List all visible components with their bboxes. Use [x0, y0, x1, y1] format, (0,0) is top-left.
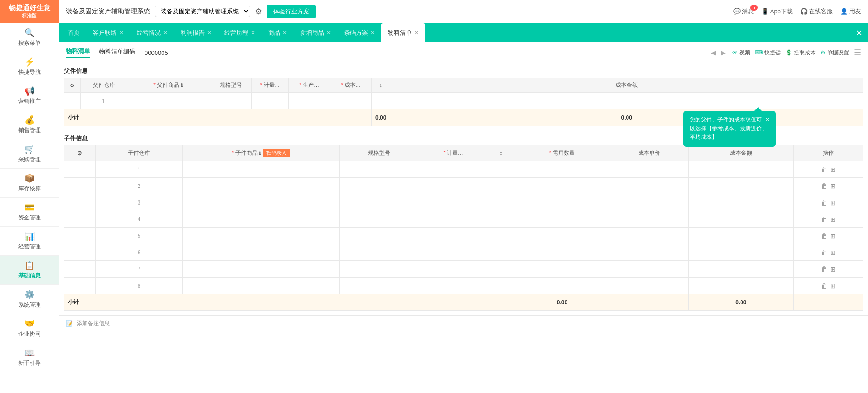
child-row-unit-cost-5[interactable]	[610, 228, 688, 244]
close-tab-profit-icon[interactable]: ✕	[207, 30, 211, 36]
shortcut-action[interactable]: ⌨ 快捷键	[755, 49, 781, 57]
close-tab-history-icon[interactable]: ✕	[251, 30, 255, 36]
nav-tab-goods[interactable]: 商品 ✕	[262, 23, 294, 42]
delete-row-1-icon[interactable]: 🗑	[821, 166, 827, 173]
child-row-unit-5[interactable]	[418, 228, 488, 244]
child-row-spec-8[interactable]	[340, 278, 418, 294]
child-row-spec-3[interactable]	[340, 194, 418, 211]
sidebar-item-inventory[interactable]: 📦库存核算	[0, 169, 59, 198]
sidebar-item-sales[interactable]: 💰销售管理	[0, 110, 59, 139]
delete-row-3-icon[interactable]: 🗑	[821, 199, 827, 206]
nav-tab-customer[interactable]: 客户联络 ✕	[86, 23, 130, 42]
settings-action[interactable]: ⚙ 单据设置	[820, 49, 849, 57]
child-row-product-5[interactable]	[182, 228, 339, 244]
child-row-spec-2[interactable]	[340, 178, 418, 194]
copy-row-5-icon[interactable]: ⊞	[830, 232, 836, 240]
bottom-hint[interactable]: 📝 添加备注信息	[59, 315, 868, 331]
close-tab-bom-icon[interactable]: ✕	[414, 30, 419, 36]
nav-tab-business[interactable]: 经营情况 ✕	[130, 23, 174, 42]
child-row-unit-cost-1[interactable]	[610, 161, 688, 178]
sidebar-item-purchase[interactable]: 🛒采购管理	[0, 139, 59, 169]
close-tab-new-goods-icon[interactable]: ✕	[326, 30, 331, 36]
child-row-unit-4[interactable]	[418, 211, 488, 228]
copy-row-8-icon[interactable]: ⊞	[830, 282, 836, 290]
child-row-qty-7[interactable]	[514, 261, 610, 278]
copy-row-3-icon[interactable]: ⊞	[830, 199, 836, 206]
child-row-unit-8[interactable]	[418, 278, 488, 294]
menu-icon[interactable]: ☰	[854, 48, 861, 58]
user-button[interactable]: 👤 用友	[840, 7, 861, 16]
trial-button[interactable]: 体验行业方案	[267, 5, 316, 18]
delete-row-4-icon[interactable]: 🗑	[821, 216, 827, 223]
sidebar-item-operations[interactable]: 📊经营管理	[0, 227, 59, 256]
child-row-qty-6[interactable]	[514, 244, 610, 261]
prev-arrow[interactable]: ◀	[709, 48, 718, 57]
child-row-product-7[interactable]	[182, 261, 339, 278]
child-row-unit-7[interactable]	[418, 261, 488, 278]
child-row-qty-3[interactable]	[514, 194, 610, 211]
close-tab-goods-icon[interactable]: ✕	[283, 30, 287, 36]
child-row-product-6[interactable]	[182, 244, 339, 261]
child-row-qty-5[interactable]	[514, 228, 610, 244]
sidebar-item-system[interactable]: ⚙️系统管理	[0, 285, 59, 314]
child-row-unit-cost-4[interactable]	[610, 211, 688, 228]
nav-tab-new-goods[interactable]: 新增商品 ✕	[294, 23, 338, 42]
child-row-qty-8[interactable]	[514, 278, 610, 294]
nav-tab-home[interactable]: 首页	[61, 23, 86, 42]
scan-input-button[interactable]: 扫码录入	[263, 149, 290, 157]
parent-row-cost[interactable]	[330, 93, 372, 109]
child-row-spec-1[interactable]	[340, 161, 418, 178]
child-row-unit-cost-2[interactable]	[610, 178, 688, 194]
child-row-unit-3[interactable]	[418, 194, 488, 211]
child-row-qty-2[interactable]	[514, 178, 610, 194]
sidebar-item-finance[interactable]: 💳资金管理	[0, 198, 59, 227]
close-tab-business-icon[interactable]: ✕	[163, 30, 168, 36]
child-row-unit-2[interactable]	[418, 178, 488, 194]
delete-row-2-icon[interactable]: 🗑	[821, 182, 827, 190]
gear-icon[interactable]: ⚙	[255, 6, 262, 17]
child-row-spec-5[interactable]	[340, 228, 418, 244]
sidebar-item-quick-nav[interactable]: ⚡快捷导航	[0, 52, 59, 81]
copy-row-6-icon[interactable]: ⊞	[830, 249, 836, 256]
nav-tab-profit[interactable]: 利润报告 ✕	[174, 23, 218, 42]
child-row-unit-1[interactable]	[418, 161, 488, 178]
child-row-unit-cost-3[interactable]	[610, 194, 688, 211]
nav-tab-barcode[interactable]: 条码方案 ✕	[338, 23, 381, 42]
child-col-gear[interactable]: ⚙	[64, 145, 96, 161]
parent-row-spec[interactable]	[210, 93, 252, 109]
child-row-product-4[interactable]	[182, 211, 339, 228]
sidebar-item-search[interactable]: 🔍搜索菜单	[0, 23, 59, 52]
parent-col-gear[interactable]: ⚙	[64, 78, 81, 93]
delete-row-5-icon[interactable]: 🗑	[821, 232, 827, 240]
child-row-unit-cost-6[interactable]	[610, 244, 688, 261]
message-button[interactable]: 💬 消息 5	[733, 7, 754, 16]
app-download-button[interactable]: 📱 App下载	[761, 7, 793, 16]
close-all-tabs-icon[interactable]: ✕	[852, 29, 866, 37]
copy-row-7-icon[interactable]: ⊞	[830, 266, 836, 273]
nav-tab-bom[interactable]: 物料清单 ✕	[381, 23, 425, 42]
cost-action[interactable]: 💲 提取成本	[785, 49, 816, 57]
copy-row-2-icon[interactable]: ⊞	[830, 182, 836, 190]
copy-row-1-icon[interactable]: ⊞	[830, 166, 836, 173]
sidebar-item-marketing[interactable]: 📢营销推广	[0, 81, 59, 110]
child-row-product-8[interactable]	[182, 278, 339, 294]
parent-row-unit[interactable]	[252, 93, 289, 109]
child-row-spec-6[interactable]	[340, 244, 418, 261]
close-tab-customer-icon[interactable]: ✕	[119, 30, 124, 36]
online-service-button[interactable]: 🎧 在线客服	[800, 7, 833, 16]
delete-row-8-icon[interactable]: 🗑	[821, 282, 827, 290]
next-arrow[interactable]: ▶	[719, 48, 728, 57]
tab-bom-list[interactable]: 物料清单	[66, 47, 90, 58]
child-row-product-1[interactable]	[182, 161, 339, 178]
child-row-qty-1[interactable]	[514, 161, 610, 178]
child-row-product-3[interactable]	[182, 194, 339, 211]
child-row-unit-6[interactable]	[418, 244, 488, 261]
tooltip-close-button[interactable]: ×	[766, 115, 769, 124]
system-select[interactable]: 装备及固定资产辅助管理系统	[155, 6, 250, 17]
sidebar-item-cooperation[interactable]: 🤝企业协同	[0, 314, 59, 343]
delete-row-7-icon[interactable]: 🗑	[821, 266, 827, 273]
parent-row-prod[interactable]	[289, 93, 330, 109]
parent-row-product[interactable]	[127, 93, 210, 109]
child-row-product-2[interactable]	[182, 178, 339, 194]
sidebar-item-guide[interactable]: 📖新手引导	[0, 343, 59, 372]
